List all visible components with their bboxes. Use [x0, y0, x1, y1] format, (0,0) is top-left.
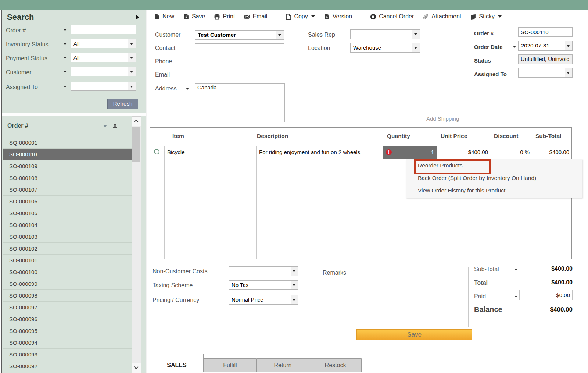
order-list-item[interactable]: SO-000108 [3, 172, 132, 184]
chevron-down-icon[interactable] [565, 41, 572, 50]
collapse-panel-icon[interactable] [136, 15, 139, 19]
order-list-item[interactable]: SO-000101 [3, 255, 132, 266]
chevron-down-icon[interactable] [128, 82, 136, 90]
tab-restock[interactable]: Restock [309, 358, 362, 372]
description-cell[interactable]: For riding enjoyment and fun on 2 wheels [259, 146, 380, 159]
col-header-item[interactable]: Item [172, 133, 184, 139]
customer-select[interactable]: Test Customer [195, 30, 284, 40]
subtotal-cell[interactable]: $400.00 [533, 146, 569, 159]
chevron-down-icon[interactable] [311, 15, 315, 18]
col-header-discount[interactable]: Discount [494, 133, 518, 139]
attachment-button[interactable]: Attachment [423, 13, 461, 20]
new-button[interactable]: New [154, 13, 174, 20]
context-menu-item[interactable]: View Order History for this Product [406, 184, 582, 197]
paid-input[interactable] [519, 290, 573, 300]
chevron-down-icon[interactable] [128, 67, 136, 76]
version-button[interactable]: Version [324, 13, 352, 20]
chevron-down-icon[interactable] [412, 30, 420, 39]
cancel-order-button[interactable]: Cancel Order [370, 13, 414, 20]
scroll-down-button[interactable] [132, 363, 141, 373]
tab-return[interactable]: Return [257, 358, 309, 372]
list-scrollbar[interactable] [132, 116, 141, 373]
discount-cell[interactable]: 0 % [491, 146, 530, 159]
scroll-up-button[interactable] [132, 117, 141, 126]
order-date-caret-icon[interactable] [513, 46, 516, 48]
col-header-description[interactable]: Description [257, 133, 288, 139]
order-list-item[interactable]: SO-000110 [3, 149, 132, 160]
add-shipping-link[interactable]: Add Shipping [426, 116, 459, 122]
quantity-cell[interactable]: ! 1 [383, 146, 437, 159]
save-button[interactable]: Save [183, 13, 205, 20]
order-list-item[interactable]: SO-000105 [3, 207, 132, 219]
order-list-item[interactable]: SO-000099 [3, 278, 132, 290]
print-button[interactable]: Print [214, 13, 235, 20]
filter-customer-caret-icon[interactable] [64, 71, 67, 73]
filter-payment-select[interactable]: All [71, 53, 136, 62]
filter-order-input[interactable] [71, 25, 136, 34]
order-list-item[interactable]: SO-000095 [3, 325, 132, 337]
unit-price-cell[interactable]: $400.00 [437, 146, 488, 159]
chevron-down-icon[interactable] [565, 68, 572, 77]
order-list-item[interactable]: SO-000096 [3, 313, 132, 325]
row-status-circle-icon[interactable] [154, 149, 159, 154]
pricing-currency-select[interactable]: Normal Price [229, 295, 298, 305]
remarks-textarea[interactable] [362, 267, 469, 327]
chevron-down-icon[interactable] [412, 43, 420, 52]
paid-caret-icon[interactable] [514, 296, 517, 298]
filter-inventory-caret-icon[interactable] [64, 43, 67, 45]
order-date-select[interactable]: 2020-07-31 [518, 41, 573, 51]
taxing-scheme-select[interactable]: No Tax [229, 280, 298, 290]
save-order-button[interactable]: Save [356, 329, 472, 340]
non-customer-costs-select[interactable] [229, 266, 298, 276]
filter-assigned-select[interactable] [71, 82, 136, 91]
assigned-to-select[interactable] [518, 68, 573, 78]
filter-payment-caret-icon[interactable] [64, 57, 67, 59]
scrollbar-thumb[interactable] [132, 127, 140, 162]
order-list-item[interactable]: SO-000092 [3, 360, 132, 372]
order-list-item[interactable]: SO-000100 [3, 266, 132, 278]
chevron-down-icon[interactable] [498, 15, 502, 18]
email-input[interactable] [195, 70, 284, 79]
order-list-item[interactable]: SO-000094 [3, 337, 132, 349]
chevron-down-icon[interactable] [291, 295, 298, 304]
address-textarea[interactable]: Canada [195, 83, 285, 122]
filter-inventory-select[interactable]: All [71, 39, 136, 48]
refresh-button[interactable]: Refresh [107, 99, 138, 109]
order-list-item[interactable]: SO-000106 [3, 196, 132, 207]
chevron-down-icon[interactable] [276, 31, 284, 39]
email-button[interactable]: Email [244, 13, 267, 20]
sort-descending-icon[interactable] [103, 125, 107, 127]
filter-customer-select[interactable] [71, 67, 136, 76]
order-list-item[interactable]: SQ-000001 [3, 137, 132, 149]
order-list-item[interactable]: SO-000098 [3, 290, 132, 302]
copy-button[interactable]: Copy [285, 13, 315, 20]
col-header-quantity[interactable]: Quantity [387, 133, 410, 139]
item-cell[interactable]: Bicycle [167, 146, 252, 159]
person-column-icon[interactable] [112, 123, 118, 129]
filter-order-caret-icon[interactable] [64, 29, 67, 31]
chevron-down-icon[interactable] [291, 281, 298, 289]
chevron-down-icon[interactable] [128, 39, 136, 48]
col-header-subtotal[interactable]: Sub-Total [535, 133, 561, 139]
chevron-down-icon[interactable] [291, 267, 298, 276]
order-list-item[interactable]: SO-000103 [3, 231, 132, 243]
order-list-item[interactable]: SO-000107 [3, 184, 132, 196]
contact-input[interactable] [195, 43, 284, 53]
order-list-item[interactable]: SO-000109 [3, 160, 132, 172]
chevron-down-icon[interactable] [128, 53, 136, 62]
order-list-item[interactable]: SO-000104 [3, 219, 132, 231]
location-select[interactable]: Warehouse [350, 43, 420, 53]
address-caret-icon[interactable] [186, 88, 189, 90]
phone-input[interactable] [195, 57, 284, 66]
col-header-unit-price[interactable]: Unit Price [441, 133, 467, 139]
order-list-item[interactable]: SO-000102 [3, 243, 132, 255]
tab-fulfill[interactable]: Fulfill [204, 358, 257, 372]
filter-assigned-caret-icon[interactable] [64, 86, 67, 88]
order-list-item[interactable]: SO-000097 [3, 302, 132, 313]
tab-sales[interactable]: SALES [150, 354, 204, 372]
order-list-header[interactable]: Order # [7, 122, 28, 129]
order-list-item[interactable]: SO-000093 [3, 349, 132, 360]
sales-rep-select[interactable] [350, 29, 420, 39]
sticky-button[interactable]: Sticky [470, 13, 502, 20]
order-number-input[interactable] [518, 27, 573, 37]
